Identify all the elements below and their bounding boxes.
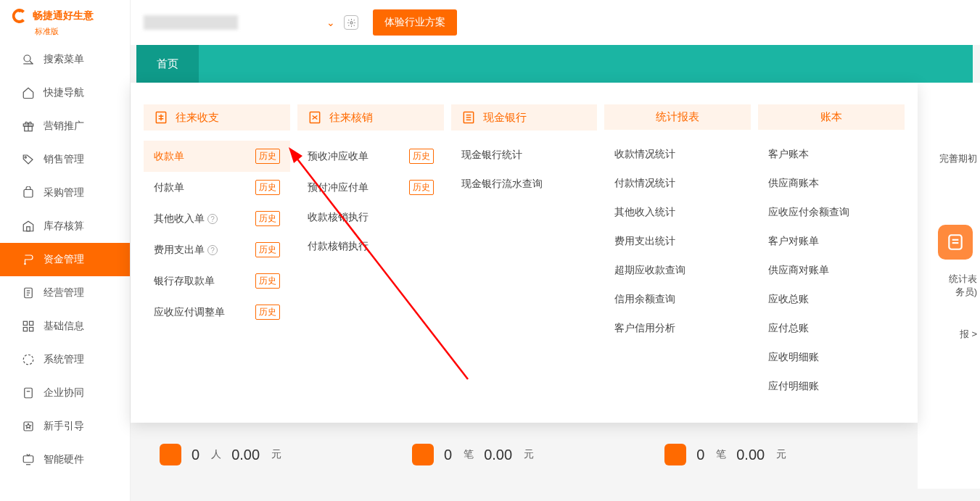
menu-item-customer-ledger[interactable]: 客户账本 xyxy=(758,140,905,169)
menu-item-pay-writeoff[interactable]: 付款核销执行 xyxy=(297,232,444,261)
menu-item-label: 费用支出统计 xyxy=(614,235,675,248)
menu-item-label: 客户信用分析 xyxy=(614,322,675,335)
history-badge[interactable]: 历史 xyxy=(255,149,280,164)
industry-plan-button[interactable]: 体验行业方案 xyxy=(373,9,457,36)
history-badge[interactable]: 历史 xyxy=(255,180,280,195)
stat-amount: 0.00 xyxy=(231,447,260,463)
home-icon xyxy=(22,86,35,99)
svg-point-19 xyxy=(23,355,33,365)
menu-item-recv-stat[interactable]: 收款情况统计 xyxy=(604,140,751,169)
menu-item-recv-writeoff[interactable]: 收款核销执行 xyxy=(297,203,444,232)
sidebar-item-inventory[interactable]: 库存核算 xyxy=(0,210,130,243)
menu-item-overdue-recv[interactable]: 超期应收款查询 xyxy=(604,256,751,285)
workspace-name-redacted xyxy=(144,15,238,30)
sidebar-item-funds[interactable]: 资金管理 xyxy=(0,243,130,276)
menu-item-bank-deposit[interactable]: 银行存取款单 历史 xyxy=(144,265,290,297)
sidebar-item-purchase[interactable]: 采购管理 xyxy=(0,176,130,210)
svg-rect-16 xyxy=(30,321,33,325)
svg-point-7 xyxy=(25,157,26,158)
right-text-3[interactable]: 报 > xyxy=(960,328,977,341)
stat-count: 0 xyxy=(444,447,452,463)
menu-item-customer-statement[interactable]: 客户对账单 xyxy=(758,227,905,256)
menu-item-prepay-offset[interactable]: 预付冲应付单 历史 xyxy=(297,172,444,203)
menu-item-supplier-statement[interactable]: 供应商对账单 xyxy=(758,256,905,285)
sidebar-item-label: 企业协同 xyxy=(44,386,84,399)
menu-item-payment[interactable]: 付款单 历史 xyxy=(144,172,290,203)
menu-item-label: 现金银行流水查询 xyxy=(461,178,543,191)
stat-icon xyxy=(412,444,434,465)
menu-item-ar-ap-balance[interactable]: 应收应付余额查询 xyxy=(758,198,905,227)
menu-item-adjust[interactable]: 应收应付调整单 历史 xyxy=(144,297,290,328)
top-header: ⌄ 体验行业方案 xyxy=(131,0,980,45)
menu-item-label: 供应商账本 xyxy=(768,177,819,190)
history-badge[interactable]: 历史 xyxy=(409,149,434,164)
clipboard-icon xyxy=(22,286,35,299)
menu-item-expense[interactable]: 费用支出单? 历史 xyxy=(144,234,290,265)
svg-rect-20 xyxy=(25,388,33,398)
right-chip-icon[interactable] xyxy=(938,225,973,260)
sidebar-item-label: 库存核算 xyxy=(44,220,84,233)
menu-item-expense-stat[interactable]: 费用支出统计 xyxy=(604,227,751,256)
col-header: 统计报表 xyxy=(604,104,751,130)
sidebar-item-guide[interactable]: 新手引导 xyxy=(0,410,130,443)
sidebar-item-label: 智能硬件 xyxy=(44,453,84,466)
sidebar-item-label: 新手引导 xyxy=(44,420,84,433)
tab-label: 首页 xyxy=(157,57,178,71)
history-badge[interactable]: 历史 xyxy=(255,273,280,289)
menu-item-other-income[interactable]: 其他收入单? 历史 xyxy=(144,203,290,234)
history-badge[interactable]: 历史 xyxy=(255,305,280,320)
sidebar-item-label: 采购管理 xyxy=(44,186,84,199)
help-icon[interactable]: ? xyxy=(207,214,218,224)
sidebar-item-label: 基础信息 xyxy=(44,320,84,333)
svg-point-25 xyxy=(350,21,352,23)
menu-item-label: 付款情况统计 xyxy=(614,177,675,190)
history-badge[interactable]: 历史 xyxy=(255,211,280,226)
right-text-2a: 统计表 xyxy=(949,273,977,286)
sidebar-item-search[interactable]: 搜索菜单 xyxy=(0,43,130,76)
sidebar-item-system[interactable]: 系统管理 xyxy=(0,343,130,376)
sidebar-item-label: 经营管理 xyxy=(44,286,84,299)
stat-amount: 0.00 xyxy=(484,447,512,463)
brand-icon xyxy=(11,7,28,25)
help-icon[interactable]: ? xyxy=(207,245,218,255)
col-header: 往来收支 xyxy=(144,104,290,131)
menu-item-ap-gl[interactable]: 应付总账 xyxy=(758,314,905,343)
chevron-down-icon[interactable]: ⌄ xyxy=(326,17,335,28)
menu-item-label: 超期应收款查询 xyxy=(614,264,685,277)
brand-name: 畅捷通好生意 xyxy=(33,9,94,22)
menu-item-receipt[interactable]: 收款单 历史 xyxy=(144,141,290,172)
col-header: 往来核销 xyxy=(297,104,444,131)
menu-item-credit-balance[interactable]: 信用余额查询 xyxy=(604,285,751,314)
sidebar-item-collab[interactable]: 企业协同 xyxy=(0,376,130,410)
sidebar-item-sales[interactable]: 销售管理 xyxy=(0,143,130,176)
search-icon xyxy=(22,53,35,66)
history-badge[interactable]: 历史 xyxy=(409,180,434,195)
sidebar-item-label: 搜索菜单 xyxy=(44,53,84,66)
menu-item-ap-detail[interactable]: 应付明细账 xyxy=(758,372,905,401)
gear-icon[interactable] xyxy=(344,15,358,30)
menu-item-bank-flow[interactable]: 现金银行流水查询 xyxy=(451,170,598,199)
col-title: 往来收支 xyxy=(176,111,219,125)
version-badge: 标准版 xyxy=(35,26,130,43)
col-title: 现金银行 xyxy=(483,111,527,125)
menu-item-credit-analysis[interactable]: 客户信用分析 xyxy=(604,314,751,343)
writeoff-icon xyxy=(308,110,322,125)
menu-item-prerecv-offset[interactable]: 预收冲应收单 历史 xyxy=(297,141,444,172)
menu-item-ar-gl[interactable]: 应收总账 xyxy=(758,285,905,314)
menu-item-pay-stat[interactable]: 付款情况统计 xyxy=(604,169,751,198)
sidebar-item-operation[interactable]: 经营管理 xyxy=(0,276,130,310)
menu-item-other-income-stat[interactable]: 其他收入统计 xyxy=(604,198,751,227)
menu-item-label: 预付冲应付单 xyxy=(308,181,368,194)
menu-item-ar-detail[interactable]: 应收明细账 xyxy=(758,343,905,372)
sidebar-item-quicknav[interactable]: 快捷导航 xyxy=(0,76,130,109)
cart-icon xyxy=(22,186,35,199)
sidebar-item-hardware[interactable]: 智能硬件 xyxy=(0,443,130,476)
sidebar-item-basic[interactable]: 基础信息 xyxy=(0,310,130,343)
sidebar-item-label: 销售管理 xyxy=(44,153,84,166)
tab-home[interactable]: 首页 xyxy=(136,45,199,83)
menu-item-label: 预收冲应收单 xyxy=(308,150,368,163)
sidebar-item-marketing[interactable]: 营销推广 xyxy=(0,109,130,143)
history-badge[interactable]: 历史 xyxy=(255,242,280,257)
menu-item-bank-stat[interactable]: 现金银行统计 xyxy=(451,141,598,170)
menu-item-supplier-ledger[interactable]: 供应商账本 xyxy=(758,169,905,198)
